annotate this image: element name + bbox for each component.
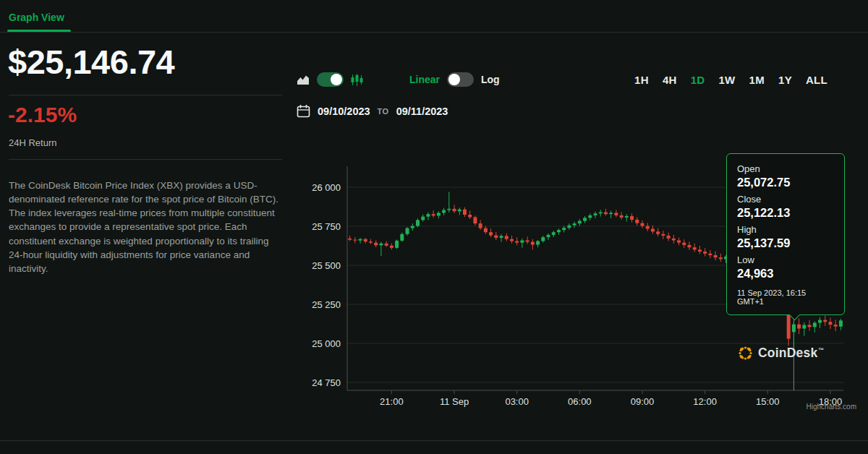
svg-text:03:00: 03:00 xyxy=(505,396,529,407)
candlestick-icon[interactable] xyxy=(351,74,363,86)
scale-linear-label[interactable]: Linear xyxy=(409,74,440,85)
index-description: The CoinDesk Bitcoin Price Index (XBX) p… xyxy=(9,179,281,275)
left-divider-1 xyxy=(9,95,282,95)
svg-text:25 000: 25 000 xyxy=(312,338,341,349)
watermark-tm: ™ xyxy=(818,347,824,354)
area-chart-icon[interactable] xyxy=(297,74,310,85)
tooltip-low-label: Low xyxy=(737,254,834,265)
watermark-text: CoinDesk™ xyxy=(758,346,825,361)
scale-log-label[interactable]: Log xyxy=(481,74,500,85)
svg-text:25 750: 25 750 xyxy=(312,221,341,232)
chart-type-toggle[interactable] xyxy=(317,72,344,87)
range-button-1d[interactable]: 1D xyxy=(691,74,705,86)
date-to[interactable]: 09/11/2023 xyxy=(396,106,448,117)
header-divider xyxy=(0,32,868,33)
svg-text:12:00: 12:00 xyxy=(693,396,717,407)
svg-text:25 500: 25 500 xyxy=(312,260,341,271)
scale-toggle[interactable] xyxy=(447,72,474,87)
svg-text:06:00: 06:00 xyxy=(568,396,592,407)
coindesk-logo-icon xyxy=(738,346,753,361)
scale-toggle-knob xyxy=(448,74,460,85)
range-button-1h[interactable]: 1H xyxy=(634,74,649,86)
tooltip-close-label: Close xyxy=(737,194,834,205)
chart-type-toggle-group xyxy=(297,72,363,87)
bottom-divider xyxy=(0,440,868,441)
svg-text:09:00: 09:00 xyxy=(631,396,655,407)
highcharts-credits[interactable]: Highcharts.com xyxy=(807,403,856,411)
tooltip-high-value: 25,137.59 xyxy=(737,236,834,250)
chart-tooltip: Open 25,072.75 Close 25,122.13 High 25,1… xyxy=(726,153,845,315)
date-from[interactable]: 09/10/2023 xyxy=(318,106,370,117)
tooltip-timestamp: 11 Sep 2023, 16:15 GMT+1 xyxy=(737,288,834,306)
left-divider-2 xyxy=(9,159,282,160)
svg-text:11 Sep: 11 Sep xyxy=(440,396,469,407)
svg-text:21:00: 21:00 xyxy=(380,396,404,407)
range-button-4h[interactable]: 4H xyxy=(663,74,677,86)
range-button-1w[interactable]: 1W xyxy=(718,74,735,86)
tooltip-high-label: High xyxy=(737,224,834,235)
tooltip-low-value: 24,963 xyxy=(737,267,834,280)
tooltip-close-value: 25,122.13 xyxy=(737,206,834,220)
chart-type-toggle-knob xyxy=(331,74,342,85)
tab-graph-view[interactable]: Graph View xyxy=(9,12,64,23)
svg-text:15:00: 15:00 xyxy=(756,396,780,407)
date-to-label: TO xyxy=(378,107,389,116)
range-button-1m[interactable]: 1M xyxy=(749,74,765,86)
range-button-1y[interactable]: 1Y xyxy=(778,74,792,86)
calendar-icon[interactable] xyxy=(297,104,310,118)
tooltip-open-value: 25,072.75 xyxy=(737,176,834,189)
svg-text:25 250: 25 250 xyxy=(312,299,341,310)
coindesk-price-page: Graph View $25,146.74 -2.15% 24H Return … xyxy=(0,0,868,454)
tooltip-open-label: Open xyxy=(737,163,834,174)
change-period-label: 24H Return xyxy=(9,137,56,148)
scale-toggle-group: Linear Log xyxy=(409,72,500,87)
svg-text:24 750: 24 750 xyxy=(312,377,341,388)
change-percent: -2.15% xyxy=(8,103,77,127)
svg-text:26 000: 26 000 xyxy=(312,182,341,193)
range-buttons: 1H4H1D1W1M1YALL xyxy=(634,74,827,86)
current-price: $25,146.74 xyxy=(8,42,174,82)
date-range-row: 09/10/2023 TO 09/11/2023 xyxy=(297,104,448,118)
coindesk-watermark: CoinDesk™ xyxy=(738,346,825,361)
range-button-all[interactable]: ALL xyxy=(806,74,827,86)
